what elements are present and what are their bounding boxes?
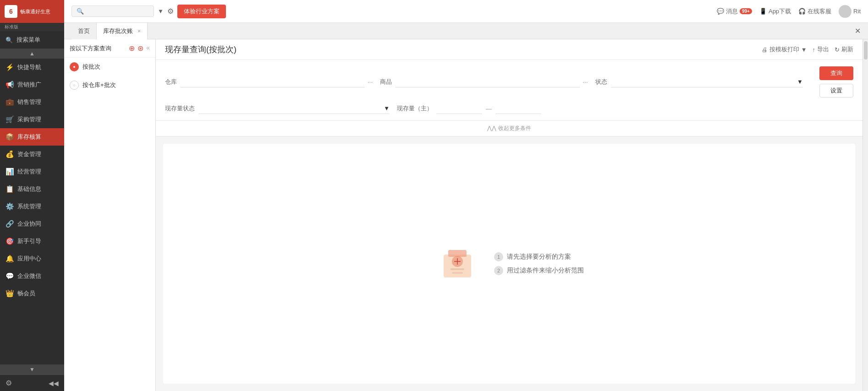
sidebar-item-new-guide[interactable]: 🎯 新手引导 [0,233,64,250]
wechat-icon: 💬 [5,272,14,280]
search-icon: 🔍 [5,37,13,43]
filter-actions: 查询 设置 [819,66,853,98]
app-logo: 6 [5,5,17,18]
empty-hint-2: 2 用过滤条件来缩小分析范围 [494,266,584,275]
sidebar-item-basic-info[interactable]: 📋 基础信息 [0,180,64,198]
scroll-down-btn[interactable]: ▼ [0,364,64,375]
service-icon: 🎧 [798,8,806,15]
empty-hint-2-text: 用过滤条件来缩小分析范围 [507,266,584,275]
topbar-left: 🔍 ▼ ⚙ 体验行业方案 [71,5,712,18]
inventory-icon: 📦 [5,133,14,141]
sidebar: 6 畅康通好生意 标准版 🔍 搜索菜单 ▲ ⚡ 快捷导航 📢 营销推广 💼 销售… [0,0,64,391]
stock-qty-filter: 现存量（主） — [397,103,621,114]
sidebar-item-wechat[interactable]: 💬 企业微信 [0,267,64,285]
sidebar-item-quick-nav[interactable]: ⚡ 快捷导航 [0,59,64,76]
stock-status-select[interactable]: ▼ [198,103,390,114]
stock-qty-to-input[interactable] [495,103,541,114]
messages-badge: 99+ [740,8,752,14]
tab-close-icon[interactable]: × [137,28,141,34]
right-panel: 现存量查询(按批次) 🖨 按模板打印 ▼ ↑ 导出 ↻ 刷新 [156,39,863,391]
scheme-item-by-warehouse-batch[interactable]: ○ 按仓库+批次 [64,76,155,94]
message-icon: 💬 [717,8,724,15]
sidebar-item-sys-manage[interactable]: ⚙️ 系统管理 [0,198,64,215]
product-more-icon[interactable]: ··· [582,78,588,86]
page-header: 现存量查询(按批次) 🖨 按模板打印 ▼ ↑ 导出 ↻ 刷新 [156,39,863,60]
settings-button[interactable]: 设置 [819,84,853,98]
product-filter: 商品 ··· [380,76,588,87]
finance-icon: 💰 [5,150,14,158]
step-circle-2: 2 [494,266,503,275]
empty-hint-1-text: 请先选择要分析的方案 [507,253,571,261]
topbar-gear-icon[interactable]: ⚙ [167,7,174,16]
main-content: 🔍 ▼ ⚙ 体验行业方案 💬 消息 99+ 📱 App下载 🎧 在线客服 [64,0,868,391]
collapse-bar[interactable]: ⋀⋀ 收起更多条件 [156,121,863,136]
nav-list: ⚡ 快捷导航 📢 营销推广 💼 销售管理 🛒 采购管理 📦 库存核算 💰 资金管… [0,59,64,364]
svg-rect-5 [450,268,464,270]
operations-icon: 📊 [5,168,14,176]
experience-btn[interactable]: 体验行业方案 [177,5,226,18]
sidebar-item-inventory[interactable]: 📦 库存核算 [0,128,64,146]
scheme-red-icon: ● [70,62,79,71]
close-panel-icon[interactable]: ✕ [847,27,868,35]
topbar: 🔍 ▼ ⚙ 体验行业方案 💬 消息 99+ 📱 App下载 🎧 在线客服 [64,0,868,23]
sidebar-item-app-center[interactable]: 🔔 应用中心 [0,250,64,267]
user-avatar-area[interactable]: Rit [839,5,861,18]
tab-home[interactable]: 首页 [71,23,97,39]
left-panel-icons: ⊕ ⊛ « [129,44,150,53]
sidebar-item-vip[interactable]: 👑 畅会员 [0,285,64,302]
sidebar-item-sales[interactable]: 💼 销售管理 [0,93,64,111]
svg-rect-1 [448,250,467,257]
sidebar-item-marketing[interactable]: 📢 营销推广 [0,76,64,93]
stock-status-label: 现存量状态 [165,104,195,113]
sidebar-item-finance[interactable]: 💰 资金管理 [0,146,64,163]
sidebar-item-enterprise[interactable]: 🔗 企业协同 [0,215,64,233]
vip-icon: 👑 [5,289,14,298]
messages-btn[interactable]: 💬 消息 99+ [717,7,752,16]
empty-state: 1 请先选择要分析的方案 2 用过滤条件来缩小分析范围 [163,144,855,384]
topbar-search-box[interactable]: 🔍 [71,5,154,17]
settings-scheme-icon[interactable]: ⊛ [137,44,143,53]
product-label: 商品 [380,78,392,86]
product-input[interactable] [396,76,580,87]
left-panel-header: 按以下方案查询 ⊕ ⊛ « [64,39,155,58]
page-title: 现存量查询(按批次) [165,44,236,55]
warehouse-input[interactable] [181,76,365,87]
settings-icon[interactable]: ⚙ [5,379,12,387]
sys-manage-icon: ⚙️ [5,202,14,211]
stock-qty-from-input[interactable] [436,103,482,114]
stock-status-dropdown-icon: ▼ [384,105,390,112]
scheme-label-by-warehouse-batch: 按仓库+批次 [82,81,116,89]
search-menu[interactable]: 🔍 搜索菜单 [0,31,64,49]
status-select[interactable]: ▼ [611,76,803,87]
collapse-panel-icon[interactable]: « [146,44,150,53]
purchase-icon: 🛒 [5,115,14,124]
status-dropdown-icon: ▼ [797,78,803,85]
online-service-btn[interactable]: 🎧 在线客服 [798,7,831,16]
left-panel-title: 按以下方案查询 [70,44,111,53]
status-filter: 状态 ▼ [595,76,803,87]
query-button[interactable]: 查询 [819,66,853,80]
add-scheme-icon[interactable]: ⊕ [129,44,135,53]
topbar-dropdown-icon[interactable]: ▼ [158,8,164,15]
sidebar-footer: ⚙ ◀◀ [0,375,64,391]
print-dropdown-icon[interactable]: ▼ [801,46,807,53]
empty-hints: 1 请先选择要分析的方案 2 用过滤条件来缩小分析范围 [494,252,584,275]
warehouse-filter: 仓库 ··· [165,76,373,87]
sidebar-item-purchase[interactable]: 🛒 采购管理 [0,111,64,128]
tab-inventory-batch[interactable]: 库存批次账 × [97,23,148,39]
collapse-sidebar-icon[interactable]: ◀◀ [49,380,59,387]
app-download-btn[interactable]: 📱 App下载 [759,7,791,16]
scheme-item-by-batch[interactable]: ● 按批次 [64,58,155,76]
sidebar-item-operations[interactable]: 📊 经营管理 [0,163,64,180]
sidebar-header: 6 畅康通好生意 [0,0,64,23]
scroll-thumb[interactable] [864,41,868,60]
scroll-up-btn[interactable]: ▲ [0,49,64,59]
print-btn[interactable]: 🖨 按模板打印 ▼ [762,45,807,54]
export-btn[interactable]: ↑ 导出 [813,45,830,54]
filter-row-1: 仓库 ··· 商品 ··· 状态 ▼ [165,66,853,98]
download-icon: 📱 [759,8,767,15]
app-edition: 标准版 [0,23,64,31]
warehouse-more-icon[interactable]: ··· [368,78,373,86]
new-guide-icon: 🎯 [5,237,14,245]
refresh-btn[interactable]: ↻ 刷新 [835,45,853,54]
